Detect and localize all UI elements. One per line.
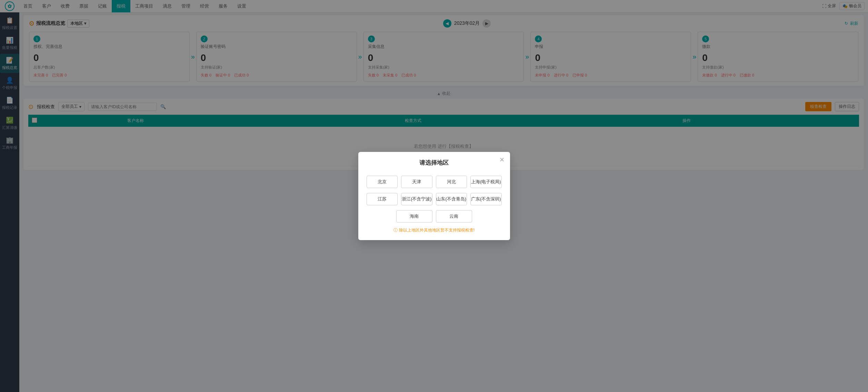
modal-close-button[interactable]: ✕ (499, 156, 505, 164)
region-select-modal: 请选择地区 ✕ 北京 天津 河北 上海(电子税局) 江苏 浙江(不含宁波) 山东… (358, 152, 510, 240)
region-button-beijing[interactable]: 北京 (367, 176, 398, 188)
region-button-zhejiang[interactable]: 浙江(不含宁波) (401, 193, 432, 205)
modal-overlay: 请选择地区 ✕ 北京 天津 河北 上海(电子税局) 江苏 浙江(不含宁波) 山东… (0, 0, 868, 392)
warning-icon: ⓘ (393, 227, 398, 233)
modal-title: 请选择地区 (358, 152, 510, 170)
region-grid-row1: 北京 天津 河北 上海(电子税局) (367, 176, 502, 188)
region-button-jiangsu[interactable]: 江苏 (367, 193, 398, 205)
region-grid-row2: 江苏 浙江(不含宁波) 山东(不含青岛) 广东(不含深圳) (367, 193, 502, 205)
region-button-hebei[interactable]: 河北 (436, 176, 467, 188)
region-button-tianjin[interactable]: 天津 (401, 176, 432, 188)
region-button-yunnan[interactable]: 云南 (436, 210, 472, 223)
region-button-guangdong[interactable]: 广东(不含深圳) (470, 193, 502, 205)
region-button-shanghai[interactable]: 上海(电子税局) (470, 176, 502, 188)
region-grid-row3: 海南 云南 (396, 210, 472, 223)
region-button-shandong[interactable]: 山东(不含青岛) (436, 193, 467, 205)
region-warning: ⓘ 除以上地区外其他地区暂不支持报税检查! (367, 227, 502, 233)
region-button-hainan[interactable]: 海南 (396, 210, 432, 223)
modal-body: 北京 天津 河北 上海(电子税局) 江苏 浙江(不含宁波) 山东(不含青岛) 广… (358, 170, 510, 240)
warning-text-content: 除以上地区外其他地区暂不支持报税检查! (399, 227, 475, 233)
